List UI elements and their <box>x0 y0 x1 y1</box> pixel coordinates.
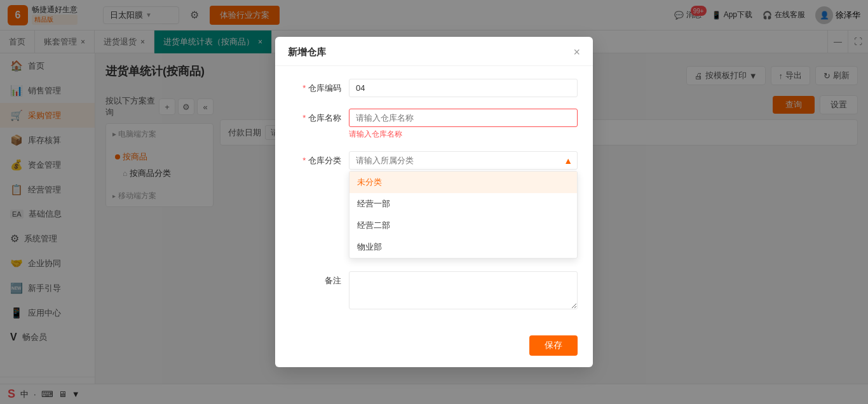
warehouse-code-input[interactable] <box>349 79 578 97</box>
form-row-remark: 备注 <box>290 271 578 311</box>
form-row-code: * 仓库编码 <box>290 79 578 97</box>
category-dropdown-list: 未分类 经营一部 经营二部 物业部 <box>349 171 578 259</box>
dialog-body: * 仓库编码 * 仓库名称 请输入仓库名称 <box>275 66 593 329</box>
name-error-msg: 请输入仓库名称 <box>349 129 578 140</box>
dialog-header: 新增仓库 × <box>275 37 593 66</box>
modal-overlay: 新增仓库 × * 仓库编码 * 仓库名称 <box>0 0 868 404</box>
new-warehouse-dialog: 新增仓库 × * 仓库编码 * 仓库名称 <box>275 37 593 367</box>
form-remark-label: 备注 <box>290 271 341 286</box>
form-remark-wrap <box>349 271 578 311</box>
warehouse-remark-input[interactable] <box>349 271 578 309</box>
dialog-close-button[interactable]: × <box>573 46 580 59</box>
form-code-wrap <box>349 79 578 97</box>
dialog-footer: 保存 <box>275 329 593 367</box>
warehouse-name-input[interactable] <box>349 109 578 127</box>
form-category-label: * 仓库分类 <box>290 151 341 166</box>
form-category-wrap: ▲ 未分类 经营一部 经营二部 物业部 <box>349 151 578 170</box>
form-row-name: * 仓库名称 请输入仓库名称 <box>290 109 578 140</box>
form-name-label: * 仓库名称 <box>290 109 341 124</box>
form-code-label: * 仓库编码 <box>290 79 341 94</box>
dropdown-item-uncategorized[interactable]: 未分类 <box>349 172 577 193</box>
dropdown-item-dept2[interactable]: 经营二部 <box>349 215 577 236</box>
dropdown-item-dept1[interactable]: 经营一部 <box>349 193 577 215</box>
dialog-title: 新增仓库 <box>288 46 326 58</box>
form-name-wrap: 请输入仓库名称 <box>349 109 578 140</box>
dropdown-item-dept3[interactable]: 物业部 <box>349 236 577 258</box>
form-row-category: * 仓库分类 ▲ 未分类 经营一部 经营二部 物业部 <box>290 151 578 170</box>
save-button[interactable]: 保存 <box>529 335 578 356</box>
warehouse-category-input[interactable] <box>349 151 578 170</box>
category-dropdown-arrow[interactable]: ▲ <box>564 156 573 166</box>
